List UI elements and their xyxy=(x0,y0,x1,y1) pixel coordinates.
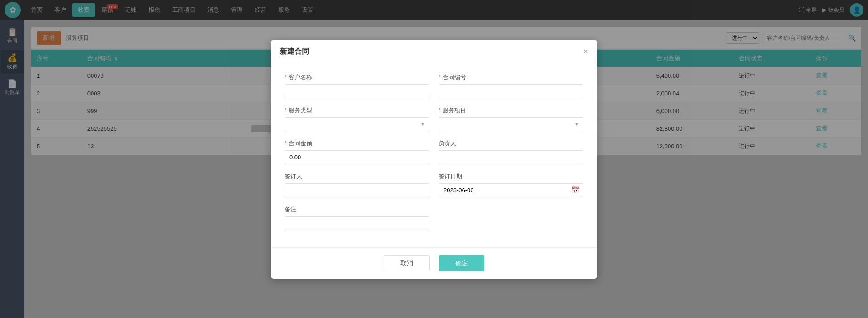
form-group-sign-date: 签订日期 📅 xyxy=(439,172,583,197)
form-group-client: 客户名称 xyxy=(285,73,429,98)
form-row-3: 合同金额 负责人 xyxy=(285,139,583,164)
client-name-input[interactable] xyxy=(285,84,429,98)
contract-code-input[interactable] xyxy=(439,84,583,98)
contract-amount-label: 合同金额 xyxy=(285,139,429,147)
modal-header: 新建合同 × xyxy=(271,40,597,64)
form-group-service-item: 服务项目 xyxy=(439,106,583,131)
contract-code-label: 合同编号 xyxy=(439,73,583,81)
form-group-amount: 合同金额 xyxy=(285,139,429,164)
remark-label: 备注 xyxy=(285,205,429,214)
form-group-signer: 签订人 xyxy=(285,172,429,197)
cancel-button[interactable]: 取消 xyxy=(384,255,430,271)
form-group-responsible: 负责人 xyxy=(439,139,583,164)
modal-close-button[interactable]: × xyxy=(583,47,588,56)
calendar-icon[interactable]: 📅 xyxy=(571,186,579,194)
service-item-select[interactable] xyxy=(439,117,583,131)
service-type-select[interactable] xyxy=(285,117,429,131)
signer-input[interactable] xyxy=(285,183,429,197)
sign-date-wrapper: 📅 xyxy=(439,183,583,197)
service-type-select-wrapper xyxy=(285,117,429,131)
responsible-person-label: 负责人 xyxy=(439,139,583,147)
modal-body: 客户名称 合同编号 服务类型 xyxy=(271,64,597,247)
confirm-button[interactable]: 确定 xyxy=(439,255,484,271)
client-name-label: 客户名称 xyxy=(285,73,429,81)
form-group-contract-code: 合同编号 xyxy=(439,73,583,98)
contract-amount-input[interactable] xyxy=(285,150,429,164)
service-item-select-wrapper xyxy=(439,117,583,131)
responsible-person-input[interactable] xyxy=(439,150,583,164)
form-row-5: 备注 xyxy=(285,205,583,230)
form-group-service-type: 服务类型 xyxy=(285,106,429,131)
modal-footer: 取消 确定 xyxy=(271,247,597,279)
modal-overlay: 新建合同 × 客户名称 合同编号 服务类型 xyxy=(0,0,868,318)
sign-date-label: 签订日期 xyxy=(439,172,583,180)
form-row-1: 客户名称 合同编号 xyxy=(285,73,583,98)
form-row-2: 服务类型 服务项目 xyxy=(285,106,583,131)
service-type-label: 服务类型 xyxy=(285,106,429,114)
service-item-label: 服务项目 xyxy=(439,106,583,114)
remark-input[interactable] xyxy=(285,216,429,230)
modal-title: 新建合同 xyxy=(280,47,309,57)
form-row-4: 签订人 签订日期 📅 xyxy=(285,172,583,197)
new-contract-modal: 新建合同 × 客户名称 合同编号 服务类型 xyxy=(271,40,597,279)
sign-date-input[interactable] xyxy=(439,183,583,197)
signer-label: 签订人 xyxy=(285,172,429,180)
form-group-remark: 备注 xyxy=(285,205,429,230)
